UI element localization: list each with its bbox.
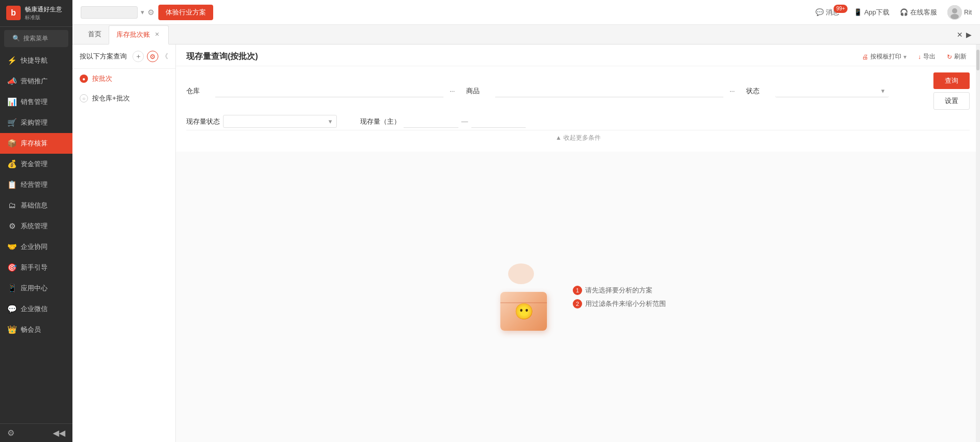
scheme-header-icons: ＋ ⚙ 《 — [132, 51, 168, 62]
app-download-btn[interactable]: 📱 App下载 — [854, 8, 889, 17]
sidebar-item-collab[interactable]: 🤝 企业协同 — [0, 237, 72, 257]
tab-close-icon[interactable]: ✕ — [153, 31, 161, 38]
sidebar-item-finance[interactable]: 💰 资金管理 — [0, 154, 72, 174]
sidebar-item-newguide[interactable]: 🎯 新手引导 — [0, 257, 72, 278]
sidebar-item-operations[interactable]: 📋 经营管理 — [0, 174, 72, 195]
scheme-collapse-btn[interactable]: 《 — [161, 52, 168, 61]
sidebar-search[interactable]: 🔍 搜索菜单 — [4, 30, 68, 47]
topbar: ▾ ⚙ 体验行业方案 💬 消息 99+ 📱 App下载 🎧 在线客服 — [72, 0, 980, 25]
print-icon: 🖨 — [862, 53, 868, 61]
quick-nav-label: 快捷导航 — [21, 56, 48, 65]
scheme-header-label: 按以下方案查询 — [80, 52, 127, 61]
collapse-bar[interactable]: ▲ 收起更多条件 — [186, 130, 970, 145]
topbar-settings-icon[interactable]: ⚙ — [147, 8, 154, 17]
online-service-btn[interactable]: 🎧 在线客服 — [900, 8, 937, 17]
product-more-btn[interactable]: ··· — [726, 86, 738, 96]
tip2-text: 用过滤条件来缩小分析范围 — [585, 299, 666, 308]
main-area: ▾ ⚙ 体验行业方案 💬 消息 99+ 📱 App下载 🎧 在线客服 — [72, 0, 980, 442]
sidebar-item-sales[interactable]: 📊 销售管理 — [0, 92, 72, 112]
sidebar-logo: b 畅康通好生意 标准版 — [0, 0, 72, 27]
inventory-label: 库存核算 — [21, 139, 48, 148]
warehouse-more-btn[interactable]: ··· — [447, 86, 458, 96]
sidebar-item-inventory[interactable]: 📦 库存核算 — [0, 133, 72, 154]
page-scrollbar[interactable] — [976, 45, 980, 442]
search-label: 搜索菜单 — [23, 34, 48, 43]
sidebar-item-purchase[interactable]: 🛒 采购管理 — [0, 112, 72, 133]
empty-tips: 1 请先选择要分析的方案 2 用过滤条件来缩小分析范围 — [573, 286, 666, 308]
sidebar-footer: ⚙ ◀◀ — [0, 423, 72, 442]
topbar-search-input[interactable] — [81, 6, 138, 19]
operations-label: 经营管理 — [21, 180, 48, 189]
settings-btn[interactable]: 设置 — [933, 92, 970, 110]
sidebar-item-appcenter[interactable]: 📱 应用中心 — [0, 278, 72, 299]
print-btn[interactable]: 🖨 按模板打印 ▾ — [859, 51, 910, 63]
query-btn[interactable]: 查询 — [933, 72, 970, 89]
page-scroll-thumb — [976, 50, 979, 70]
page-content: 按以下方案查询 ＋ ⚙ 《 ● 按批次 ○ 按仓库+批次 现存量查询(按批次) — [72, 45, 980, 442]
tab-inventory-batch[interactable]: 库存批次账 ✕ — [109, 25, 169, 45]
topbar-left: ▾ ⚙ 体验行业方案 — [81, 5, 213, 20]
stock-qty-to-input[interactable] — [471, 115, 526, 128]
status-dropdown-icon: ▾ — [881, 87, 885, 95]
filter-area: 仓库 ··· 商品 ··· 状态 ▾ — [176, 66, 980, 152]
membership-icon: 👑 — [7, 325, 17, 334]
print-dropdown-icon[interactable]: ▾ — [903, 53, 907, 61]
scheme-dot-inactive: ○ — [80, 94, 88, 102]
sidebar-item-quick-nav[interactable]: ⚡ 快捷导航 — [0, 50, 72, 71]
service-icon: 🎧 — [900, 8, 908, 16]
empty-illustration: 😶 — [490, 263, 557, 331]
settings-icon[interactable]: ⚙ — [7, 428, 14, 438]
empty-tip-1: 1 请先选择要分析的方案 — [573, 286, 666, 295]
empty-state: 😶 1 请先选择要分析的方案 2 用过滤条件来缩小分析 — [176, 152, 980, 442]
scheme-add-btn[interactable]: ＋ — [132, 51, 144, 62]
filter-product-field: 商品 ··· — [466, 85, 738, 97]
sales-label: 销售管理 — [21, 97, 48, 107]
membership-label: 畅会员 — [21, 325, 41, 334]
scheme-settings-btn[interactable]: ⚙ — [147, 51, 158, 62]
collapse-sidebar-icon[interactable]: ◀◀ — [53, 428, 65, 438]
sidebar-nav: ⚡ 快捷导航 📣 营销推广 📊 销售管理 🛒 采购管理 📦 库存核算 💰 资金管… — [0, 50, 72, 423]
stock-qty-dash: — — [462, 117, 468, 125]
scheme-item-warehouse-batch[interactable]: ○ 按仓库+批次 — [72, 89, 175, 108]
sidebar-item-wechat[interactable]: 💬 企业微信 — [0, 299, 72, 319]
system-label: 系统管理 — [21, 222, 48, 231]
stock-qty-from-input[interactable] — [404, 115, 458, 128]
stock-qty-label: 现存量（主） — [360, 117, 400, 126]
collab-icon: 🤝 — [7, 242, 17, 252]
newguide-icon: 🎯 — [7, 263, 17, 272]
status-label: 状态 — [746, 86, 772, 96]
sidebar-item-basic-info[interactable]: 🗂 基础信息 — [0, 195, 72, 216]
tab-more-icon[interactable]: ▶ — [966, 31, 972, 39]
finance-icon: 💰 — [7, 159, 17, 169]
user-area[interactable]: Rit — [947, 5, 972, 20]
tab-home[interactable]: 首页 — [81, 25, 109, 44]
messages-btn[interactable]: 💬 消息 99+ — [815, 8, 843, 17]
sales-icon: 📊 — [7, 97, 17, 107]
warehouse-input[interactable] — [215, 85, 443, 97]
stock-status-select[interactable]: ▾ — [223, 115, 337, 128]
status-select[interactable]: ▾ — [775, 85, 889, 97]
purchase-icon: 🛒 — [7, 118, 17, 127]
sidebar-item-marketing[interactable]: 📣 营销推广 — [0, 71, 72, 92]
query-header: 现存量查询(按批次) 🖨 按模板打印 ▾ ↓ 导出 ↻ 刷新 — [176, 45, 980, 66]
wechat-icon: 💬 — [7, 304, 17, 314]
marketing-label: 营销推广 — [21, 77, 48, 86]
svg-point-2 — [951, 14, 959, 19]
product-input[interactable] — [495, 85, 723, 97]
box-face-icon: 😶 — [514, 302, 533, 320]
tab-close-page-icon[interactable]: ✕ — [957, 31, 963, 39]
scheme-item-batch[interactable]: ● 按批次 — [72, 69, 175, 89]
export-label: 导出 — [923, 52, 936, 61]
export-btn[interactable]: ↓ 导出 — [915, 51, 939, 63]
appcenter-icon: 📱 — [7, 284, 17, 293]
filter-status-field: 状态 ▾ — [746, 85, 922, 97]
sidebar-item-system[interactable]: ⚙ 系统管理 — [0, 216, 72, 237]
logo-text-area: 畅康通好生意 标准版 — [25, 5, 62, 21]
trial-btn[interactable]: 体验行业方案 — [158, 5, 213, 20]
messages-badge: 99+ — [834, 5, 848, 13]
topbar-search-area: ▾ ⚙ — [81, 6, 154, 19]
topbar-dropdown-icon[interactable]: ▾ — [141, 8, 144, 16]
newguide-label: 新手引导 — [21, 263, 48, 272]
sidebar-item-membership[interactable]: 👑 畅会员 — [0, 319, 72, 340]
refresh-btn[interactable]: ↻ 刷新 — [944, 51, 970, 63]
